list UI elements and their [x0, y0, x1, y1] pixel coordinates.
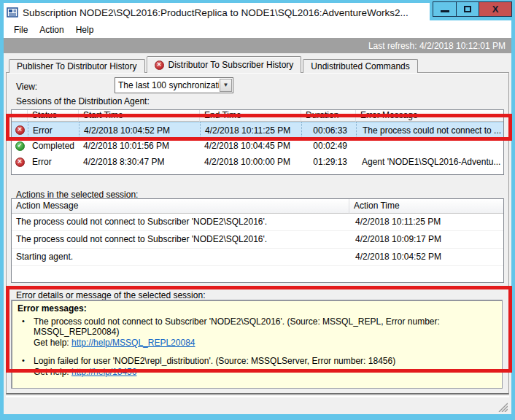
table-row[interactable]: ✓ Completed 4/2/2018 10:01:56 PM 4/2/201… [12, 138, 503, 154]
cell-status: Error [28, 122, 79, 138]
cell-action-message: The process could not connect to Subscri… [12, 214, 349, 231]
table-row[interactable]: ✕ Error 4/2/2018 8:30:47 PM 4/2/2018 10:… [12, 154, 503, 170]
menu-bar: File Action Help [4, 22, 511, 38]
minimize-button[interactable] [433, 1, 457, 17]
menu-action[interactable]: Action [34, 23, 69, 36]
bullet-icon: • [18, 356, 34, 384]
cell-action-time: 4/2/2018 10:09:17 PM [349, 231, 503, 249]
cell-duration: 00:02:49 [301, 138, 356, 154]
sessions-header: Status Start Time End Time Duration Erro… [12, 110, 503, 122]
column-header-error-message[interactable]: Error Message [356, 110, 503, 122]
cell-action-time: 4/2/2018 10:11:25 PM [349, 214, 503, 231]
cell-status: Completed [28, 138, 79, 154]
cell-error-message: Agent 'NODE1\SQL2016-Adventu... [356, 154, 503, 170]
tab-label: Undistributed Commands [311, 61, 409, 71]
get-help-prefix: Get help: [34, 338, 71, 348]
error-message-item: • Login failed for user 'NODE2\repl_dist… [18, 356, 496, 384]
tab-undistributed-commands[interactable]: Undistributed Commands [303, 59, 417, 73]
success-icon: ✓ [15, 141, 25, 151]
cell-error-message: The process could not connect to ... [356, 122, 503, 138]
menu-help[interactable]: Help [70, 23, 100, 36]
column-header-action-message[interactable]: Action Message [12, 199, 349, 214]
help-link[interactable]: http://help/MSSQL_REPL20084 [71, 338, 195, 348]
tab-strip: Publisher To Distributor History ✕ Distr… [9, 56, 419, 73]
column-header-end-time[interactable]: End Time [200, 110, 301, 122]
error-message-item: • The process could not connect to Subsc… [18, 316, 496, 354]
error-messages-box: Error messages: • The process could not … [11, 300, 503, 389]
chevron-down-icon: ▼ [223, 82, 229, 88]
column-header-duration[interactable]: Duration [301, 110, 356, 122]
maximize-icon [464, 6, 471, 12]
sessions-table: Status Start Time End Time Duration Erro… [11, 109, 504, 175]
cell-duration: 00:06:33 [301, 122, 356, 138]
window-frame: Subscription NODE2\SQL2016:ProductReplic… [0, 0, 515, 420]
get-help-prefix: Get help: [34, 367, 71, 377]
error-icon: ✕ [15, 125, 25, 135]
column-header-start-time[interactable]: Start Time [79, 110, 200, 122]
table-row[interactable]: The process could not connect to Subscri… [12, 231, 503, 249]
table-row[interactable]: The process could not connect to Subscri… [12, 214, 503, 231]
error-messages-heading: Error messages: [18, 303, 496, 314]
resize-grip-icon[interactable] [497, 401, 508, 412]
column-header-icon[interactable] [12, 110, 28, 122]
close-button[interactable]: X [479, 1, 512, 17]
cell-status: Error [28, 154, 79, 170]
bullet-icon: • [18, 316, 34, 354]
tab-distributor-to-subscriber-history[interactable]: ✕ Distributor To Subscriber History [147, 56, 302, 73]
column-header-action-time[interactable]: Action Time [349, 199, 503, 214]
window-title: Subscription NODE2\SQL2016:ProductReplic… [23, 7, 408, 18]
view-dropdown[interactable]: The last 100 synchronizations ▼ [115, 77, 233, 93]
cell-end-time: 4/2/2018 10:11:25 PM [200, 122, 301, 138]
help-link[interactable]: http://help/18456 [71, 367, 136, 377]
cell-end-time: 4/2/2018 10:00:00 PM [200, 154, 301, 170]
error-message-text: The process could not connect to Subscri… [34, 316, 496, 337]
menu-file[interactable]: File [8, 23, 34, 36]
table-row[interactable]: Starting agent. 4/2/2018 10:04:52 PM [12, 249, 503, 266]
view-label: View: [16, 82, 37, 92]
sessions-label: Sessions of the Distribution Agent: [16, 96, 150, 106]
last-refresh-bar: Last refresh: 4/2/2018 10:12:01 PM [4, 38, 511, 53]
replication-monitor-icon [7, 7, 18, 18]
error-details-label: Error details or message of the selected… [16, 290, 205, 300]
dropdown-arrow-button[interactable]: ▼ [220, 79, 232, 92]
view-dropdown-value: The last 100 synchronizations [115, 80, 219, 90]
actions-header: Action Message Action Time [12, 199, 503, 214]
title-bar: Subscription NODE2\SQL2016:ProductReplic… [0, 0, 515, 22]
table-row[interactable]: ✕ Error 4/2/2018 10:04:52 PM 4/2/2018 10… [12, 122, 503, 138]
cell-duration: 01:29:13 [301, 154, 356, 170]
column-header-status[interactable]: Status [28, 110, 79, 122]
error-icon: ✕ [155, 61, 164, 70]
minimize-icon [441, 10, 449, 12]
last-refresh-text: Last refresh: 4/2/2018 10:12:01 PM [368, 41, 506, 51]
error-icon: ✕ [15, 158, 25, 167]
cell-error-message [356, 138, 503, 154]
caption-buttons: X [430, 0, 513, 20]
client-area: Publisher To Distributor History ✕ Distr… [4, 53, 511, 414]
cell-end-time: 4/2/2018 10:04:45 PM [200, 138, 301, 154]
cell-start-time: 4/2/2018 10:01:56 PM [79, 138, 200, 154]
cell-action-message: The process could not connect to Subscri… [12, 231, 349, 249]
status-strip [6, 396, 509, 414]
actions-table: Action Message Action Time The process c… [11, 198, 504, 283]
cell-action-time: 4/2/2018 10:04:52 PM [349, 249, 503, 266]
cell-start-time: 4/2/2018 10:04:52 PM [79, 122, 200, 138]
maximize-button[interactable] [456, 1, 480, 17]
tab-publisher-to-distributor-history[interactable]: Publisher To Distributor History [9, 59, 145, 73]
tab-label: Distributor To Subscriber History [169, 60, 294, 70]
cell-action-message: Starting agent. [12, 249, 349, 266]
error-message-text: Login failed for user 'NODE2\repl_distri… [34, 356, 496, 366]
tab-label: Publisher To Distributor History [17, 61, 137, 71]
cell-start-time: 4/2/2018 8:30:47 PM [79, 154, 200, 170]
close-icon: X [492, 4, 499, 14]
